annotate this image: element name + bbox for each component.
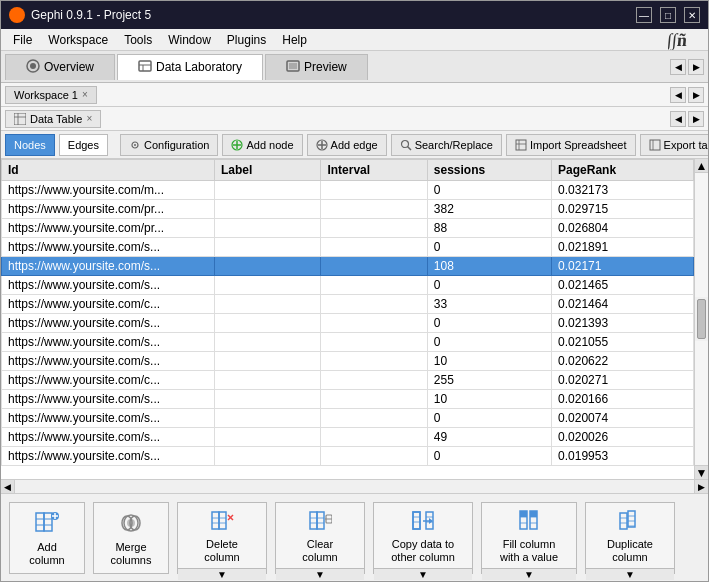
- minimize-button[interactable]: —: [636, 7, 652, 23]
- tab-data-laboratory[interactable]: Data Laboratory: [117, 54, 263, 80]
- table-row[interactable]: https://www.yoursite.com/c...2550.020271: [2, 371, 694, 390]
- fill-column-button[interactable]: Fill columnwith a value ▼: [481, 502, 577, 574]
- vertical-scrollbar[interactable]: ▲ ▼: [694, 159, 708, 479]
- cell-pagerank: 0.021464: [552, 295, 694, 314]
- import-spreadsheet-button[interactable]: Import Spreadsheet: [506, 134, 636, 156]
- col-header-id[interactable]: Id: [2, 160, 215, 181]
- horizontal-scrollbar[interactable]: ◀ ▶: [1, 479, 708, 493]
- svg-rect-69: [620, 513, 627, 529]
- table-row[interactable]: https://www.yoursite.com/s...00.021393: [2, 314, 694, 333]
- table-row[interactable]: https://www.yoursite.com/s...100.020622: [2, 352, 694, 371]
- cell-sessions: 255: [427, 371, 551, 390]
- workspace-nav-left[interactable]: ◀: [670, 87, 686, 103]
- nav-right-arrow[interactable]: ▶: [688, 59, 704, 75]
- menu-help[interactable]: Help: [274, 31, 315, 49]
- svg-rect-62: [520, 511, 527, 517]
- workspace-nav-right[interactable]: ▶: [688, 87, 704, 103]
- cell-interval: [321, 447, 427, 466]
- table-row[interactable]: https://www.yoursite.com/s...00.021465: [2, 276, 694, 295]
- search-replace-button[interactable]: Search/Replace: [391, 134, 502, 156]
- copy-data-label: Copy data toother column: [391, 538, 455, 564]
- duplicate-column-button[interactable]: Duplicatecolumn ▼: [585, 502, 675, 574]
- table-row[interactable]: https://www.yoursite.com/m...00.032173: [2, 181, 694, 200]
- tab-overview[interactable]: Overview: [5, 54, 115, 80]
- merge-columns-button[interactable]: Mergecolumns: [93, 502, 169, 574]
- col-header-sessions[interactable]: sessions: [427, 160, 551, 181]
- close-button[interactable]: ✕: [684, 7, 700, 23]
- svg-rect-21: [516, 140, 526, 150]
- clear-column-arrow[interactable]: ▼: [276, 568, 364, 580]
- tab-preview[interactable]: Preview: [265, 54, 368, 80]
- table-row[interactable]: https://www.yoursite.com/pr...3820.02971…: [2, 200, 694, 219]
- cell-interval: [321, 371, 427, 390]
- cell-label: [214, 314, 320, 333]
- table-row[interactable]: https://www.yoursite.com/s...00.019953: [2, 447, 694, 466]
- edges-tab[interactable]: Edges: [59, 134, 108, 156]
- fill-column-arrow[interactable]: ▼: [482, 568, 576, 580]
- data-table-container[interactable]: Id Label Interval sessions PageRank http…: [1, 159, 694, 479]
- nav-tabs: Overview Data Laboratory Preview ◀ ▶: [1, 51, 708, 83]
- nodes-tab[interactable]: Nodes: [5, 134, 55, 156]
- menu-tools[interactable]: Tools: [116, 31, 160, 49]
- svg-rect-8: [14, 113, 26, 125]
- cell-interval: [321, 295, 427, 314]
- svg-rect-7: [289, 63, 297, 69]
- maximize-button[interactable]: □: [660, 7, 676, 23]
- add-edge-button[interactable]: Add edge: [307, 134, 387, 156]
- table-row[interactable]: https://www.yoursite.com/s...00.020074: [2, 409, 694, 428]
- svg-rect-46: [310, 512, 317, 529]
- add-column-icon: [33, 509, 61, 537]
- svg-rect-47: [317, 512, 324, 529]
- copy-data-arrow[interactable]: ▼: [374, 568, 472, 580]
- cell-label: [214, 276, 320, 295]
- delete-column-arrow[interactable]: ▼: [178, 568, 266, 580]
- delete-column-button[interactable]: Deletecolumn ▼: [177, 502, 267, 574]
- nav-left-arrow[interactable]: ◀: [670, 59, 686, 75]
- add-node-button[interactable]: Add node: [222, 134, 302, 156]
- cell-id: https://www.yoursite.com/s...: [2, 409, 215, 428]
- cell-sessions: 0: [427, 333, 551, 352]
- datatable-tab[interactable]: Data Table ×: [5, 110, 101, 128]
- export-table-button[interactable]: Export table: [640, 134, 708, 156]
- cell-sessions: 10: [427, 352, 551, 371]
- table-row[interactable]: https://www.yoursite.com/c...330.021464: [2, 295, 694, 314]
- menu-file[interactable]: File: [5, 31, 40, 49]
- col-header-interval[interactable]: Interval: [321, 160, 427, 181]
- cell-id: https://www.yoursite.com/pr...: [2, 200, 215, 219]
- configuration-button[interactable]: Configuration: [120, 134, 218, 156]
- datatable-nav-right[interactable]: ▶: [688, 111, 704, 127]
- svg-rect-40: [212, 512, 219, 529]
- workspace-tab-label: Workspace 1: [14, 89, 78, 101]
- menu-workspace[interactable]: Workspace: [40, 31, 116, 49]
- cell-pagerank: 0.021891: [552, 238, 694, 257]
- clear-column-button[interactable]: Clearcolumn ▼: [275, 502, 365, 574]
- table-row[interactable]: https://www.yoursite.com/s...00.021891: [2, 238, 694, 257]
- svg-rect-3: [139, 61, 151, 71]
- table-row[interactable]: https://www.yoursite.com/s...1080.02171: [2, 257, 694, 276]
- cell-id: https://www.yoursite.com/s...: [2, 390, 215, 409]
- menu-window[interactable]: Window: [160, 31, 219, 49]
- copy-data-icon: [409, 507, 437, 535]
- table-row[interactable]: https://www.yoursite.com/s...490.020026: [2, 428, 694, 447]
- col-header-label[interactable]: Label: [214, 160, 320, 181]
- svg-rect-53: [413, 512, 420, 529]
- cell-label: [214, 200, 320, 219]
- add-column-button[interactable]: Addcolumn: [9, 502, 85, 574]
- cell-sessions: 49: [427, 428, 551, 447]
- duplicate-column-arrow[interactable]: ▼: [586, 568, 674, 580]
- table-row[interactable]: https://www.yoursite.com/s...100.020166: [2, 390, 694, 409]
- copy-data-button[interactable]: Copy data toother column ▼: [373, 502, 473, 574]
- menu-plugins[interactable]: Plugins: [219, 31, 274, 49]
- bottom-toolbar: Addcolumn Mergecolumns: [1, 493, 708, 582]
- title-text: Gephi 0.9.1 - Project 5: [31, 8, 151, 22]
- table-row[interactable]: https://www.yoursite.com/s...00.021055: [2, 333, 694, 352]
- svg-line-20: [407, 146, 411, 150]
- datatable-nav-left[interactable]: ◀: [670, 111, 686, 127]
- workspace-tab[interactable]: Workspace 1 ×: [5, 86, 97, 104]
- import-icon: [515, 139, 527, 151]
- preview-icon: [286, 59, 300, 73]
- table-row[interactable]: https://www.yoursite.com/pr...880.026804: [2, 219, 694, 238]
- col-header-pagerank[interactable]: PageRank: [552, 160, 694, 181]
- workspace-close-button[interactable]: ×: [82, 89, 88, 100]
- datatable-close-button[interactable]: ×: [86, 113, 92, 124]
